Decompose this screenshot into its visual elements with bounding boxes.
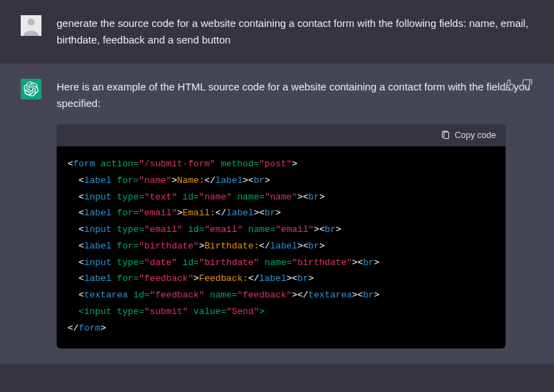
feedback-buttons <box>503 79 533 91</box>
code-block: Copy code <form action="/submit-form" me… <box>57 124 506 349</box>
code-block-header: Copy code <box>57 124 506 146</box>
copy-code-label: Copy code <box>455 128 496 142</box>
svg-point-1 <box>28 19 35 26</box>
thumbs-up-icon <box>503 79 515 91</box>
user-message-row: generate the source code for a website c… <box>0 0 554 63</box>
assistant-intro-text: Here is an example of the HTML source co… <box>57 79 542 112</box>
user-avatar <box>21 15 41 36</box>
svg-rect-2 <box>444 132 449 138</box>
code-content: <form action="/submit-form" method="post… <box>57 146 506 349</box>
assistant-message-content: Here is an example of the HTML source co… <box>57 79 554 349</box>
user-message-content: generate the source code for a website c… <box>57 15 554 48</box>
user-message-text: generate the source code for a website c… <box>57 15 542 48</box>
thumbs-up-button[interactable] <box>503 79 515 91</box>
copy-code-button[interactable]: Copy code <box>441 128 496 142</box>
assistant-avatar <box>21 79 41 99</box>
thumbs-down-icon <box>521 79 533 91</box>
clipboard-icon <box>441 130 450 140</box>
thumbs-down-button[interactable] <box>521 79 533 91</box>
openai-logo-icon <box>23 81 39 97</box>
assistant-message-row: Here is an example of the HTML source co… <box>0 63 554 364</box>
person-photo-icon <box>21 15 41 36</box>
